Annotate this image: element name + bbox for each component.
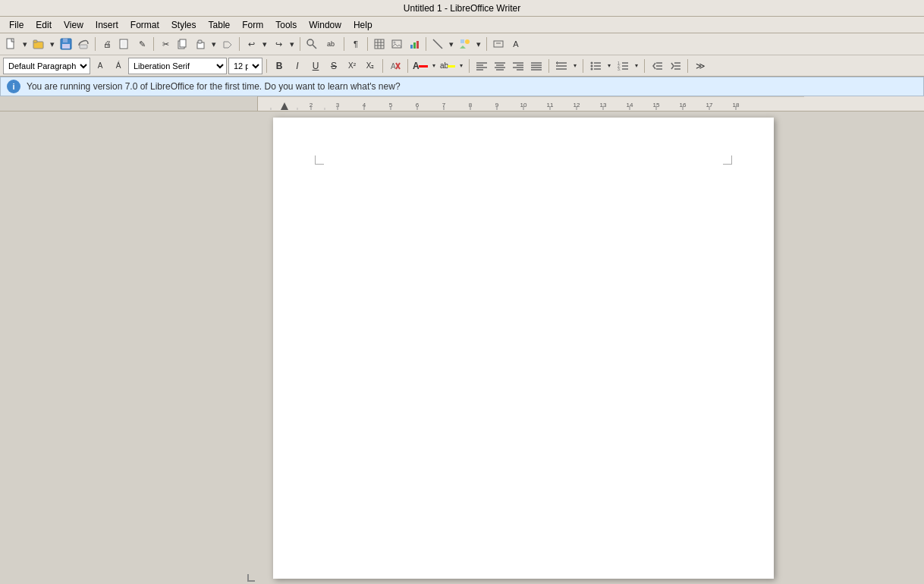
- document-area[interactable]: [258, 111, 924, 584]
- open-dropdown[interactable]: ▾: [48, 36, 57, 52]
- insert-shapes-btn2[interactable]: [457, 36, 473, 52]
- superscript-button[interactable]: X²: [344, 58, 360, 74]
- copy-button[interactable]: [174, 36, 191, 52]
- svg-rect-8: [121, 41, 126, 47]
- svg-rect-24: [416, 41, 419, 49]
- highlight-button[interactable]: ab: [439, 58, 456, 74]
- spellcheck-button[interactable]: ab: [321, 36, 341, 52]
- paste-button[interactable]: [192, 36, 209, 52]
- redo-button[interactable]: ↪: [270, 36, 287, 52]
- clone-format-button[interactable]: [219, 36, 236, 52]
- strikethrough-button[interactable]: S: [325, 58, 342, 74]
- svg-text:3.: 3.: [618, 67, 621, 71]
- svg-point-27: [465, 39, 470, 44]
- menu-edit[interactable]: Edit: [30, 18, 58, 32]
- insert-shapes-button[interactable]: [429, 36, 446, 52]
- save-remote-button[interactable]: [75, 36, 92, 52]
- print-button[interactable]: 🖨: [99, 36, 115, 52]
- menu-styles[interactable]: Styles: [165, 18, 203, 32]
- open-button[interactable]: [30, 36, 47, 52]
- track-changes-button[interactable]: ✎: [134, 36, 150, 52]
- bold-button[interactable]: B: [271, 58, 288, 74]
- subscript-button[interactable]: X₂: [362, 58, 379, 74]
- bullets-button[interactable]: [587, 58, 604, 74]
- align-center-button[interactable]: [492, 58, 508, 74]
- svg-marker-28: [460, 46, 466, 49]
- find-button[interactable]: [303, 36, 320, 52]
- toolbar-area: ▾ ▾ 🖨 ✎ ✂ ▾ ↩ ▾ ↪ ▾: [0, 33, 924, 77]
- line-spacing-button[interactable]: [553, 58, 570, 74]
- bullets-dropdown[interactable]: ▾: [605, 58, 613, 74]
- svg-rect-22: [410, 45, 413, 49]
- menu-help[interactable]: Help: [347, 18, 379, 32]
- svg-rect-12: [198, 40, 202, 43]
- insert-chart-button[interactable]: [406, 36, 423, 52]
- svg-rect-4: [63, 39, 68, 42]
- menu-bar: File Edit View Insert Format Styles Tabl…: [0, 17, 924, 33]
- align-left-button[interactable]: [473, 58, 490, 74]
- new-style-button[interactable]: A: [92, 58, 108, 74]
- formatting-toolbar: Default Paragraph St A Á Liberation Seri…: [0, 55, 924, 76]
- italic-button[interactable]: I: [289, 58, 306, 74]
- save-button[interactable]: [58, 36, 74, 52]
- page[interactable]: [273, 118, 774, 579]
- indent-increase-button[interactable]: [667, 58, 684, 74]
- svg-rect-10: [180, 39, 186, 47]
- shapes-dropdown[interactable]: ▾: [474, 36, 483, 52]
- menu-table[interactable]: Table: [203, 18, 237, 32]
- paste-dropdown[interactable]: ▾: [209, 36, 218, 52]
- numbering-button[interactable]: 1.2.3.: [614, 58, 631, 74]
- paragraph-style-select[interactable]: Default Paragraph St: [3, 58, 90, 74]
- undo-button[interactable]: ↩: [243, 36, 259, 52]
- justify-button[interactable]: [528, 58, 545, 74]
- info-bar: i You are running version 7.0 of LibreOf…: [0, 77, 924, 96]
- info-message: You are running version 7.0 of LibreOffi…: [27, 81, 401, 92]
- menu-window[interactable]: Window: [303, 18, 347, 32]
- insert-table-button[interactable]: [371, 36, 388, 52]
- underline-button[interactable]: U: [307, 58, 324, 74]
- page-corner-tl: [315, 155, 324, 165]
- numbering-dropdown[interactable]: ▾: [633, 58, 640, 74]
- menu-tools[interactable]: Tools: [269, 18, 303, 32]
- title-text: Untitled 1 - LibreOffice Writer: [404, 3, 520, 14]
- svg-point-53: [591, 61, 593, 64]
- font-name-select[interactable]: Liberation Serif: [128, 58, 227, 74]
- page-corner-tr: [723, 155, 732, 165]
- insert-textbox-button[interactable]: [490, 36, 507, 52]
- align-right-button[interactable]: [510, 58, 526, 74]
- svg-rect-26: [460, 39, 464, 43]
- undo-dropdown[interactable]: ▾: [260, 36, 269, 52]
- menu-insert[interactable]: Insert: [90, 18, 124, 32]
- insert-shapes-dropdown[interactable]: ▾: [447, 36, 456, 52]
- update-style-button[interactable]: Á: [110, 58, 127, 74]
- print-preview-button[interactable]: [116, 36, 133, 52]
- highlight-dropdown[interactable]: ▾: [457, 58, 465, 74]
- clear-formatting-button[interactable]: A: [387, 58, 404, 74]
- redo-dropdown[interactable]: ▾: [288, 36, 297, 52]
- more-controls-button[interactable]: ≫: [692, 58, 709, 74]
- menu-format[interactable]: Format: [124, 18, 165, 32]
- font-color-button[interactable]: A: [412, 58, 429, 74]
- new-dropdown[interactable]: ▾: [20, 36, 30, 52]
- svg-marker-72: [281, 102, 288, 110]
- title-bar: Untitled 1 - LibreOffice Writer: [0, 0, 924, 17]
- menu-view[interactable]: View: [58, 18, 90, 32]
- formatting-marks-button[interactable]: ¶: [347, 36, 364, 52]
- font-color-dropdown[interactable]: ▾: [430, 58, 438, 74]
- insert-image-button[interactable]: [388, 36, 405, 52]
- menu-form[interactable]: Form: [236, 18, 269, 32]
- menu-file[interactable]: File: [3, 18, 30, 32]
- svg-point-21: [394, 42, 396, 44]
- cut-button[interactable]: ✂: [157, 36, 174, 52]
- new-button[interactable]: [3, 36, 20, 52]
- svg-rect-20: [392, 40, 401, 48]
- font-size-select[interactable]: 12 pt: [228, 58, 262, 74]
- standard-toolbar: ▾ ▾ 🖨 ✎ ✂ ▾ ↩ ▾ ↪ ▾: [0, 33, 924, 55]
- svg-rect-29: [494, 41, 503, 47]
- line-spacing-dropdown[interactable]: ▾: [571, 58, 579, 74]
- insert-fontwork-button[interactable]: A: [508, 36, 524, 52]
- svg-rect-2: [33, 40, 37, 42]
- info-icon: i: [7, 80, 20, 93]
- indent-decrease-button[interactable]: [649, 58, 665, 74]
- svg-line-14: [313, 45, 316, 49]
